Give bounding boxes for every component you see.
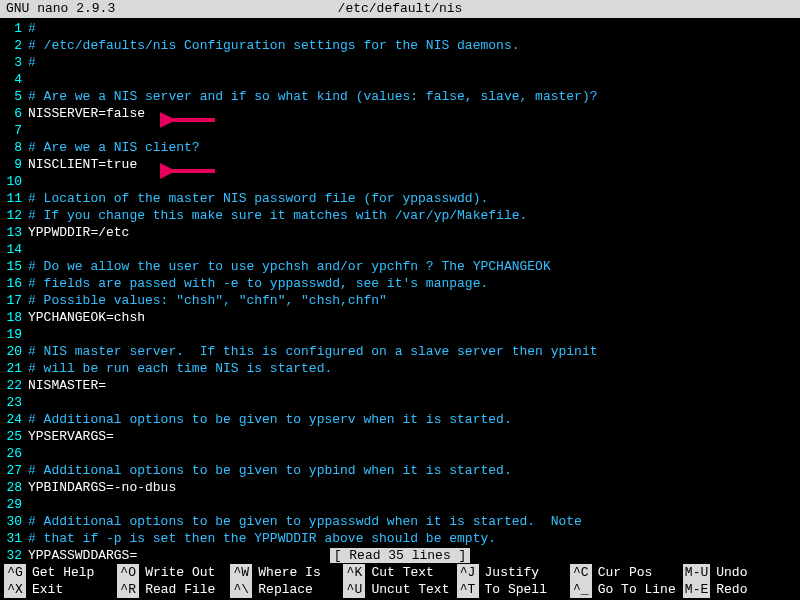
code-line[interactable]: # will be run each time NIS is started. <box>28 360 800 377</box>
code-line[interactable]: # NIS master server. If this is configur… <box>28 343 800 360</box>
help-shortcut: ^\Replace <box>230 581 343 598</box>
line-number: 24 <box>0 411 26 428</box>
shortcut-key: M-E <box>683 581 710 598</box>
code-line[interactable]: # Additional options to be given to yppa… <box>28 513 800 530</box>
code-line[interactable] <box>28 241 800 258</box>
shortcut-key: ^J <box>457 564 479 581</box>
code-line[interactable]: # <box>28 54 800 71</box>
code-line[interactable]: NISSERVER=false <box>28 105 800 122</box>
shortcut-label: Read File <box>145 581 215 598</box>
help-shortcut: ^OWrite Out <box>117 564 230 581</box>
code-line[interactable]: # If you change this make sure it matche… <box>28 207 800 224</box>
line-number: 6 <box>0 105 26 122</box>
help-shortcut: ^CCur Pos <box>570 564 683 581</box>
code-line[interactable]: # Additional options to be given to ypbi… <box>28 462 800 479</box>
line-number: 4 <box>0 71 26 88</box>
shortcut-key: ^R <box>117 581 139 598</box>
code-line[interactable] <box>28 496 800 513</box>
line-number-gutter: 1234567891011121314151617181920212223242… <box>0 18 26 564</box>
code-line[interactable]: # Location of the master NIS password fi… <box>28 190 800 207</box>
shortcut-label: Replace <box>258 581 313 598</box>
editor-area[interactable]: 1234567891011121314151617181920212223242… <box>0 18 800 564</box>
code-line[interactable] <box>28 122 800 139</box>
code-line[interactable]: YPCHANGEOK=chsh <box>28 309 800 326</box>
line-number: 9 <box>0 156 26 173</box>
help-shortcut: ^_Go To Line <box>570 581 683 598</box>
help-shortcut: ^UUncut Text <box>343 581 456 598</box>
shortcut-label: Justify <box>485 564 540 581</box>
line-number: 22 <box>0 377 26 394</box>
shortcut-label: Cut Text <box>371 564 433 581</box>
code-line[interactable]: YPSERVARGS= <box>28 428 800 445</box>
shortcut-key: ^X <box>4 581 26 598</box>
line-number: 2 <box>0 37 26 54</box>
line-number: 5 <box>0 88 26 105</box>
line-number: 23 <box>0 394 26 411</box>
line-number: 12 <box>0 207 26 224</box>
shortcut-label: Exit <box>32 581 63 598</box>
help-shortcut: ^RRead File <box>117 581 230 598</box>
line-number: 17 <box>0 292 26 309</box>
code-line[interactable]: NISMASTER= <box>28 377 800 394</box>
code-line[interactable] <box>28 445 800 462</box>
code-line[interactable]: NISCLIENT=true <box>28 156 800 173</box>
code-line[interactable] <box>28 173 800 190</box>
shortcut-label: Get Help <box>32 564 94 581</box>
help-shortcut: ^JJustify <box>457 564 570 581</box>
code-line[interactable]: # that if -p is set then the YPPWDDIR ab… <box>28 530 800 547</box>
line-number: 14 <box>0 241 26 258</box>
shortcut-label: Go To Line <box>598 581 676 598</box>
line-number: 31 <box>0 530 26 547</box>
shortcut-key: ^O <box>117 564 139 581</box>
code-line[interactable] <box>28 326 800 343</box>
line-number: 3 <box>0 54 26 71</box>
line-number: 8 <box>0 139 26 156</box>
shortcut-key: M-U <box>683 564 710 581</box>
line-number: 19 <box>0 326 26 343</box>
line-number: 26 <box>0 445 26 462</box>
shortcut-label: Where Is <box>258 564 320 581</box>
app-name: GNU nano 2.9.3 <box>6 0 115 18</box>
code-line[interactable]: # Do we allow the user to use ypchsh and… <box>28 258 800 275</box>
title-bar: GNU nano 2.9.3 /etc/default/nis <box>0 0 800 18</box>
shortcut-label: Write Out <box>145 564 215 581</box>
help-shortcut: ^WWhere Is <box>230 564 343 581</box>
help-row-2: ^XExit^RRead File^\Replace^UUncut Text^T… <box>4 581 796 598</box>
code-line[interactable]: # Additional options to be given to ypse… <box>28 411 800 428</box>
code-line[interactable] <box>28 394 800 411</box>
line-number: 21 <box>0 360 26 377</box>
help-shortcut: ^TTo Spell <box>457 581 570 598</box>
shortcut-label: To Spell <box>485 581 547 598</box>
code-line[interactable]: YPBINDARGS=-no-dbus <box>28 479 800 496</box>
line-number: 27 <box>0 462 26 479</box>
line-number: 20 <box>0 343 26 360</box>
code-line[interactable] <box>28 71 800 88</box>
shortcut-key: ^G <box>4 564 26 581</box>
code-line[interactable]: # Are we a NIS server and if so what kin… <box>28 88 800 105</box>
code-line[interactable]: # Possible values: "chsh", "chfn", "chsh… <box>28 292 800 309</box>
help-shortcut: M-ERedo <box>683 581 796 598</box>
shortcut-label: Cur Pos <box>598 564 653 581</box>
help-bar: ^GGet Help^OWrite Out^WWhere Is^KCut Tex… <box>0 564 800 598</box>
code-line[interactable]: # /etc/defaults/nis Configuration settin… <box>28 37 800 54</box>
code-content[interactable]: ## /etc/defaults/nis Configuration setti… <box>28 18 800 564</box>
code-line[interactable]: # <box>28 20 800 37</box>
code-line[interactable]: # fields are passed with -e to yppasswdd… <box>28 275 800 292</box>
line-number: 16 <box>0 275 26 292</box>
line-number: 29 <box>0 496 26 513</box>
shortcut-key: ^W <box>230 564 252 581</box>
line-number: 30 <box>0 513 26 530</box>
line-number: 1 <box>0 20 26 37</box>
help-shortcut: ^KCut Text <box>343 564 456 581</box>
line-number: 25 <box>0 428 26 445</box>
code-line[interactable]: YPPWDDIR=/etc <box>28 224 800 241</box>
shortcut-key: ^K <box>343 564 365 581</box>
shortcut-key: ^_ <box>570 581 592 598</box>
shortcut-label: Redo <box>716 581 747 598</box>
code-line[interactable]: # Are we a NIS client? <box>28 139 800 156</box>
line-number: 28 <box>0 479 26 496</box>
shortcut-key: ^T <box>457 581 479 598</box>
help-shortcut: ^GGet Help <box>4 564 117 581</box>
line-number: 18 <box>0 309 26 326</box>
status-bar: [ Read 35 lines ] <box>0 548 800 564</box>
